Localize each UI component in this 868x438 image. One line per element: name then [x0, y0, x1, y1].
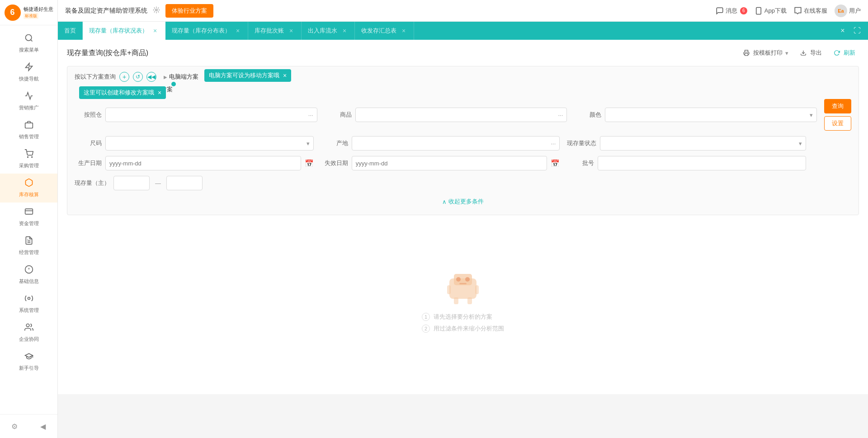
svg-rect-27: [454, 297, 458, 304]
sidebar-item-finance[interactable]: 资金管理: [0, 203, 57, 231]
message-btn[interactable]: 消息 6: [716, 7, 747, 15]
marketing-icon: [24, 91, 33, 103]
sidebar-item-quick-nav[interactable]: 快捷导航: [0, 58, 57, 87]
system-title: 装备及固定资产辅助管理系统: [65, 7, 147, 15]
warehouse-select[interactable]: ···: [105, 108, 317, 122]
inventory-icon: [24, 178, 33, 189]
tab-close-inventory-dist[interactable]: ×: [234, 27, 241, 34]
product-select[interactable]: ···: [355, 108, 567, 122]
scheme-dot: [171, 82, 176, 86]
origin-select[interactable]: ···: [352, 136, 560, 151]
sales-icon: [24, 120, 33, 132]
size-select[interactable]: ▾: [105, 136, 314, 151]
stock-status-select[interactable]: ▾: [600, 136, 806, 151]
collapse-sidebar-btn[interactable]: ◀: [37, 420, 49, 433]
scheme-pc[interactable]: ▶ 电脑端方案: [164, 73, 198, 81]
sidebar-item-enterprise[interactable]: 企业协同: [0, 318, 57, 347]
filter-row-1: 按照仓 ··· 商品 ··· 颜色: [75, 99, 851, 131]
sidebar-item-basic-info[interactable]: 基础信息: [0, 260, 57, 289]
color-select[interactable]: ▾: [605, 108, 817, 122]
batch-input[interactable]: [598, 156, 806, 170]
logo-icon: 6: [5, 5, 21, 21]
tooltip-pc: 电脑方案可设为移动方案哦 ×: [204, 69, 291, 82]
online-service-btn[interactable]: 在线客服: [794, 7, 827, 15]
svg-point-22: [456, 277, 461, 282]
sidebar-item-beginner[interactable]: 新手引导: [0, 347, 57, 376]
sidebar-item-system[interactable]: 系统管理: [0, 289, 57, 318]
stock-main-input-end[interactable]: [166, 176, 203, 190]
add-scheme-btn[interactable]: +: [119, 72, 129, 82]
tab-close-batch-ledger[interactable]: ×: [288, 27, 295, 34]
print-btn[interactable]: 按模板打印 ▾: [740, 47, 792, 59]
filter-group-batch: 批号: [567, 156, 806, 170]
purchase-icon: [24, 149, 33, 160]
tab-bar-right: × ⛶: [837, 25, 868, 36]
tab-inout-flow[interactable]: 出入库流水 ×: [302, 22, 355, 40]
empty-step-2: 2 用过滤条件来缩小分析范围: [422, 325, 504, 333]
sidebar-item-operations[interactable]: 经营管理: [0, 231, 57, 260]
settings-bottom-btn[interactable]: ⚙: [8, 420, 21, 433]
collapse-btn[interactable]: ∧ 收起更多条件: [75, 194, 851, 209]
logo-text: 畅捷通好生意 标准版: [24, 6, 53, 19]
svg-rect-28: [467, 297, 472, 304]
tab-bar: 首页 现存量（库存状况表） × 现存量（库存分布表） × 库存批次账 × 出入库…: [58, 22, 868, 40]
page-title: 现存量查询(按仓库+商品): [67, 48, 148, 58]
empty-step-1: 1 请先选择要分析的方案: [422, 313, 492, 321]
tab-fullscreen-btn[interactable]: ⛶: [852, 25, 863, 36]
experience-btn[interactable]: 体验行业方案: [165, 4, 213, 18]
filter-row-3: 生产日期 📅 失效日期 📅 批号: [75, 156, 851, 170]
tooltip-edit-close[interactable]: ×: [158, 89, 161, 96]
tab-close-inout-flow[interactable]: ×: [341, 27, 348, 34]
refresh-btn[interactable]: 刷新: [830, 47, 859, 59]
settings-icon-btn[interactable]: [153, 6, 160, 15]
tab-close-all-btn[interactable]: ×: [837, 25, 848, 36]
sidebar-item-marketing[interactable]: 营销推广: [0, 87, 57, 116]
sidebar-item-search-menu[interactable]: 搜索菜单: [0, 29, 57, 58]
system-icon: [24, 294, 33, 305]
tab-close-recv-summary[interactable]: ×: [400, 27, 407, 34]
svg-point-0: [25, 35, 31, 41]
search-btn[interactable]: 查询: [824, 99, 851, 113]
tab-inventory-status[interactable]: 现存量（库存状况表） ×: [83, 22, 165, 40]
refresh-scheme-btn[interactable]: ↺: [133, 72, 143, 82]
sidebar-bottom: ⚙ ◀: [0, 414, 57, 438]
tab-recv-summary[interactable]: 收发存汇总表 ×: [355, 22, 414, 40]
reset-btn[interactable]: 设置: [824, 116, 851, 131]
action-buttons: 查询 设置: [824, 99, 851, 131]
sidebar-nav: 搜索菜单 快捷导航 营销推广 销售管理: [0, 25, 57, 414]
prod-date-input[interactable]: [105, 156, 301, 170]
tooltip-pc-close[interactable]: ×: [283, 72, 287, 79]
filter-group-product: 商品 ···: [325, 108, 567, 122]
svg-point-5: [31, 157, 32, 158]
filter-group-stock-main: 现存量（主） —: [75, 176, 851, 190]
filter-group-color: 颜色 ▾: [574, 108, 817, 122]
empty-state: 1 请先选择要分析的方案 2 用过滤条件来缩小分析范围: [67, 215, 859, 387]
empty-state-illustration: [440, 269, 486, 306]
app-download-btn[interactable]: App下载: [755, 7, 787, 15]
tab-batch-ledger[interactable]: 库存批次账 ×: [248, 22, 302, 40]
expire-date-calendar-icon[interactable]: 📅: [551, 159, 560, 168]
tooltip-edit: 这里可以创建和修改方案哦 ×: [79, 86, 166, 99]
tab-close-inventory-status[interactable]: ×: [151, 27, 159, 34]
tab-home[interactable]: 首页: [58, 22, 83, 40]
stock-main-input[interactable]: [113, 176, 150, 190]
svg-point-23: [465, 277, 470, 282]
sidebar-item-purchase[interactable]: 采购管理: [0, 145, 57, 174]
filter-group-origin: 产地 ···: [321, 136, 560, 151]
svg-rect-26: [475, 285, 479, 294]
filter-group-size: 尺码 ▾: [75, 136, 314, 151]
scheme-mobile[interactable]: ▶ 移动端方案 这里可以创建和修改方案哦 ×: [138, 85, 851, 94]
tab-inventory-dist[interactable]: 现存量（库存分布表） ×: [165, 22, 248, 40]
header: 装备及固定资产辅助管理系统 体验行业方案 消息 6 App下载: [58, 0, 868, 22]
user-menu-btn[interactable]: Ea 用户: [835, 5, 861, 17]
filter-row-4: 现存量（主） —: [75, 176, 851, 190]
sidebar: 6 畅捷通好生意 标准版 搜索菜单 快捷导航: [0, 0, 58, 438]
filter-group-warehouse: 按照仓 ···: [75, 108, 317, 122]
expire-date-input[interactable]: [352, 156, 547, 170]
back-btn[interactable]: ◀◀: [146, 72, 156, 82]
sidebar-item-sales[interactable]: 销售管理: [0, 116, 57, 145]
svg-line-1: [30, 40, 32, 42]
prod-date-calendar-icon[interactable]: 📅: [305, 159, 314, 168]
sidebar-item-inventory[interactable]: 库存核算: [0, 174, 57, 203]
export-btn[interactable]: 导出: [797, 47, 826, 59]
